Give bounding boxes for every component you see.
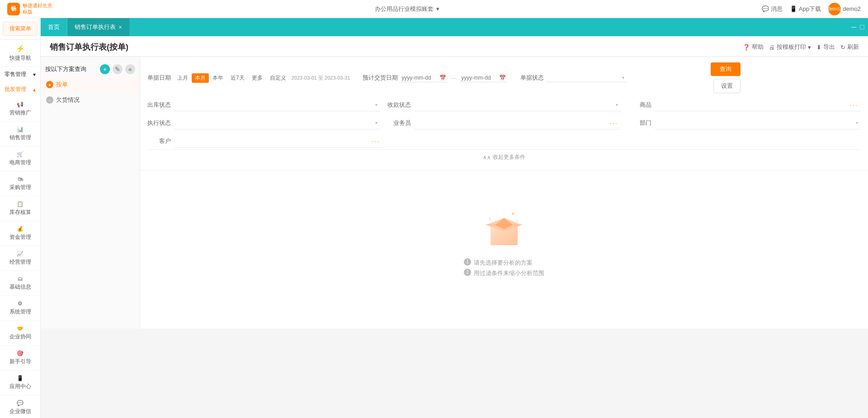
refresh-icon: ↻ — [840, 44, 845, 51]
sidebar-item-basicinfo[interactable]: 🗂 基础信息 — [0, 271, 40, 296]
finance-icon: 💰 — [17, 226, 24, 232]
date-btn-lastmonth[interactable]: 上月 — [174, 73, 192, 83]
salesperson-label: 业务员 — [387, 119, 415, 127]
sidebar-item-finance[interactable]: 💰 资金管理 — [0, 221, 40, 246]
salesperson-more-icon[interactable]: ··· — [610, 119, 618, 127]
tab-close-icon[interactable]: × — [118, 24, 122, 31]
sidebar-item-wholesale[interactable]: 批发管理 ▴ — [0, 82, 40, 97]
collapse-panel-button[interactable]: « — [125, 64, 135, 74]
doc-status-select[interactable]: ▾ — [546, 73, 627, 82]
left-panel: 按以下方案查询 + ✎ « ● 按单 ○ — [41, 57, 140, 328]
breadcrumb-arrow-icon[interactable]: ▾ — [436, 5, 439, 12]
sidebar-item-inventory[interactable]: 📋 库存核算 — [0, 196, 40, 221]
scheme-item-byorder[interactable]: ● 按单 — [41, 77, 140, 92]
purchase-icon: 🛍 — [18, 176, 23, 182]
content-area: 首页 销售订单执行表 × ─ □ 销售订单执行表(按单) ❓ 帮助 — [41, 18, 868, 418]
system-icon: ⚙ — [18, 300, 23, 307]
sidebar-item-operations[interactable]: 📈 经营管理 — [0, 246, 40, 271]
tab-active[interactable]: 销售订单执行表 × — [67, 18, 130, 36]
message-icon: 💬 — [762, 5, 769, 12]
sidebar-item-collab[interactable]: 🤝 企业协同 — [0, 321, 40, 346]
scheme-dot-inactive: ○ — [46, 96, 53, 104]
salesperson-input[interactable]: ··· — [415, 117, 620, 129]
sidebar-item-retail[interactable]: 零售管理 ▾ — [0, 67, 40, 82]
sidebar-item-appcenter[interactable]: 📱 应用中心 — [0, 370, 40, 395]
date-filter-group: 单据日期 上月 本月 本年 近7天 更多 自定义 — [147, 73, 350, 83]
filter-section: 单据日期 上月 本月 本年 近7天 更多 自定义 — [140, 57, 868, 171]
payment-status-arrow-icon: ▾ — [616, 102, 618, 107]
scheme-item-stock[interactable]: ○ 欠货情况 — [41, 92, 140, 108]
goods-label: 商品 — [628, 101, 655, 109]
date-btn-thisyear[interactable]: 本年 — [209, 73, 227, 83]
date-btn-7days[interactable]: 近7天 — [227, 73, 248, 83]
edit-scheme-button[interactable]: ✎ — [113, 64, 123, 74]
search-menu-button[interactable]: 搜索菜单 — [3, 22, 38, 36]
goods-input[interactable]: ··· — [655, 99, 861, 111]
tab-bar: 首页 销售订单执行表 × ─ □ — [41, 18, 868, 36]
tab-maximize-icon[interactable]: □ — [860, 23, 864, 31]
expected-date-end[interactable]: 📅 — [459, 74, 508, 82]
sidebar-item-purchase[interactable]: 🛍 采购管理 — [0, 171, 40, 196]
sidebar-item-ecommerce[interactable]: 🛒 电商管理 — [0, 147, 40, 171]
sidebar-item-quicknav[interactable]: ⚡ 快捷导航 — [0, 40, 40, 67]
app-download-button[interactable]: 📱 App下载 — [790, 5, 821, 13]
add-scheme-button[interactable]: + — [100, 64, 110, 74]
date-btn-custom[interactable]: 自定义 — [266, 73, 290, 83]
print-button[interactable]: 🖨 按模板打印 ▾ — [769, 43, 811, 51]
expected-date-group: 预计交货日期 📅 — 📅 — [363, 74, 508, 82]
newbie-icon: 🎯 — [17, 350, 24, 356]
doc-status-arrow-icon: ▾ — [622, 75, 624, 80]
customer-label: 客户 — [147, 137, 175, 145]
user-menu[interactable]: demo2 demo2 — [828, 3, 861, 15]
sidebar-item-wxwork[interactable]: 💬 企业微信 — [0, 395, 40, 418]
logo-area: 畅 畅捷通好生意 标版 — [7, 3, 52, 15]
page-title: 销售订单执行表(按单) — [50, 42, 128, 52]
page-header-actions: ❓ 帮助 🖨 按模板打印 ▾ ⬇ 导出 ↻ — [743, 43, 859, 51]
date-btn-thismonth[interactable]: 本月 — [192, 73, 209, 83]
refresh-button[interactable]: ↻ 刷新 — [840, 43, 859, 51]
page-header: 销售订单执行表(按单) ❓ 帮助 🖨 按模板打印 ▾ ⬇ — [41, 36, 868, 57]
sales-icon: 📊 — [17, 126, 24, 133]
payment-status-label: 收款状态 — [387, 101, 415, 109]
expected-date-start[interactable]: 📅 — [400, 74, 448, 82]
dept-select[interactable]: ▾ — [655, 117, 861, 129]
sidebar-item-system[interactable]: ⚙ 系统管理 — [0, 296, 40, 321]
exec-status-label: 执行状态 — [147, 119, 175, 127]
breadcrumb[interactable]: 办公用品行业模拟账套 ▾ — [375, 5, 439, 13]
help-button[interactable]: ❓ 帮助 — [743, 43, 764, 51]
goods-more-icon[interactable]: ··· — [850, 101, 858, 109]
sidebar-item-marketing[interactable]: 📢 营销推广 — [0, 97, 40, 122]
sidebar: 搜索菜单 ⚡ 快捷导航 零售管理 ▾ 批发管理 ▴ 📢 营销推广 📊 销售管理 … — [0, 18, 41, 418]
exec-status-arrow-icon: ▾ — [375, 120, 377, 125]
message-button[interactable]: 💬 消息 — [762, 5, 783, 13]
settings-button[interactable]: 设置 — [713, 79, 741, 93]
date-range-text: 2023-03-01 至 2023-03-31 — [292, 75, 350, 81]
customer-more-icon[interactable]: ··· — [372, 138, 380, 145]
calendar-start-icon[interactable]: 📅 — [439, 75, 446, 81]
collapse-filter-button[interactable]: ∧∧ 收起更多条件 — [147, 149, 861, 165]
out-status-select[interactable]: ▾ — [175, 99, 380, 111]
tab-minimize-icon[interactable]: ─ — [851, 23, 856, 31]
logo-text: 畅捷通好生意 标版 — [23, 3, 52, 14]
exec-status-select[interactable]: ▾ — [175, 117, 380, 129]
search-button[interactable]: 查询 — [711, 62, 741, 76]
date-btn-more[interactable]: 更多 — [248, 73, 266, 83]
marketing-icon: 📢 — [17, 101, 24, 108]
expected-date-end-input[interactable] — [461, 75, 497, 81]
doc-status-label: 单据状态 — [520, 74, 544, 82]
top-bar-right: 💬 消息 📱 App下载 demo2 demo2 — [762, 3, 861, 15]
export-icon: ⬇ — [816, 44, 821, 51]
svg-text:✦: ✦ — [488, 217, 491, 221]
dept-label: 部门 — [628, 119, 655, 127]
export-button[interactable]: ⬇ 导出 — [816, 43, 835, 51]
expected-date-start-input[interactable] — [401, 75, 438, 81]
customer-input[interactable]: ··· — [175, 135, 383, 147]
payment-status-select[interactable]: ▾ — [415, 99, 620, 111]
sidebar-search-area: 搜索菜单 — [0, 18, 40, 40]
sidebar-item-newbie[interactable]: 🎯 新手引导 — [0, 346, 40, 370]
sidebar-item-sales[interactable]: 📊 销售管理 — [0, 122, 40, 147]
calendar-end-icon[interactable]: 📅 — [499, 75, 506, 81]
empty-state-icon: ✦ ✦ ✦ — [481, 207, 527, 252]
tab-home[interactable]: 首页 — [41, 18, 67, 36]
date-separator: — — [450, 75, 458, 81]
